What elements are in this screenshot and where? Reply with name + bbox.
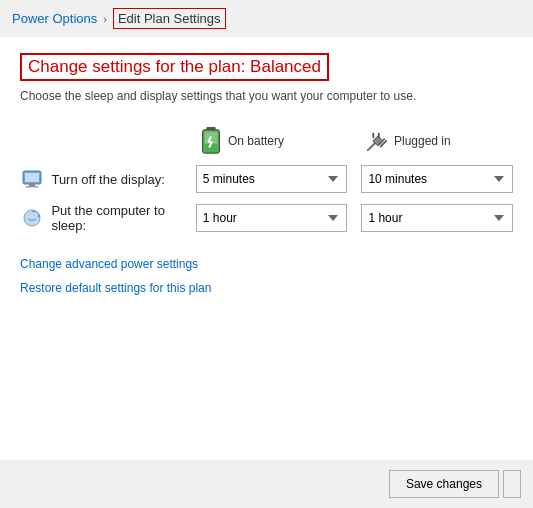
settings-table: Turn off the display: 5 minutes 1 minute…: [20, 165, 513, 233]
page-container: Power Options › Edit Plan Settings Chang…: [0, 0, 533, 508]
svg-point-18: [32, 212, 38, 218]
svg-rect-14: [25, 173, 39, 182]
plan-description: Choose the sleep and display settings th…: [20, 89, 513, 103]
plugged-in-header: Plugged in: [366, 130, 513, 152]
sleep-setting-row: Put the computer to sleep: 1 hour 1 minu…: [20, 203, 513, 233]
svg-rect-15: [29, 184, 35, 186]
advanced-power-settings-link[interactable]: Change advanced power settings: [20, 257, 513, 271]
breadcrumb-separator: ›: [103, 13, 107, 25]
plug-icon: [366, 130, 388, 152]
settings-header: On battery Plugged in: [20, 127, 513, 155]
sleep-icon: [20, 206, 43, 230]
cancel-button-stub[interactable]: [503, 470, 521, 498]
sleep-on-battery-select[interactable]: 1 hour 1 minute 2 minutes 3 minutes 5 mi…: [196, 204, 348, 232]
display-setting-row: Turn off the display: 5 minutes 1 minute…: [20, 165, 513, 193]
svg-line-7: [368, 143, 375, 150]
main-content: Change settings for the plan: Balanced C…: [0, 37, 533, 460]
battery-icon: [200, 127, 222, 155]
save-changes-button[interactable]: Save changes: [389, 470, 499, 498]
on-battery-header: On battery: [200, 127, 366, 155]
display-plugged-in-select[interactable]: 10 minutes 1 minute 2 minutes 3 minutes …: [361, 165, 513, 193]
sleep-setting-label: Put the computer to sleep:: [51, 203, 195, 233]
plugged-in-label: Plugged in: [394, 134, 451, 148]
on-battery-label: On battery: [228, 134, 284, 148]
display-icon: [20, 167, 43, 191]
breadcrumb-current-page: Edit Plan Settings: [113, 8, 226, 29]
breadcrumb-power-options[interactable]: Power Options: [12, 11, 97, 26]
restore-defaults-link[interactable]: Restore default settings for this plan: [20, 281, 513, 295]
links-section: Change advanced power settings Restore d…: [20, 257, 513, 295]
footer-bar: Save changes: [0, 460, 533, 508]
display-setting-label: Turn off the display:: [51, 172, 195, 187]
plan-title: Change settings for the plan: Balanced: [20, 53, 329, 81]
sleep-plugged-in-select[interactable]: 1 hour 1 minute 2 minutes 3 minutes 5 mi…: [361, 204, 513, 232]
breadcrumb-bar: Power Options › Edit Plan Settings: [0, 0, 533, 37]
display-on-battery-select[interactable]: 5 minutes 1 minute 2 minutes 3 minutes 1…: [196, 165, 348, 193]
svg-rect-16: [26, 186, 38, 188]
